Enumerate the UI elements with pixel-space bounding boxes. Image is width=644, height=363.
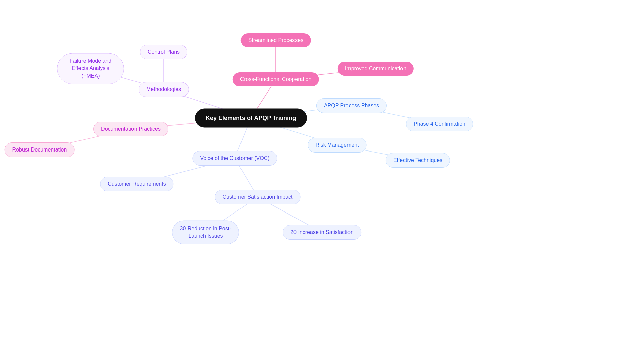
- node-methodologies: Methodologies: [139, 82, 189, 97]
- node-streamlined: Streamlined Processes: [241, 33, 311, 47]
- node-label-doc-practices: Documentation Practices: [101, 126, 161, 132]
- node-label-fmea: Failure Mode and Effects Analysis (FMEA): [65, 57, 116, 80]
- node-label-effective-tech: Effective Techniques: [393, 157, 442, 163]
- center-label: Key Elements of APQP Training: [206, 115, 296, 122]
- node-label-risk-mgmt: Risk Management: [316, 142, 359, 148]
- node-label-reduction: 30 Reduction in Post-Launch Issues: [180, 225, 231, 240]
- node-apqp-phases: APQP Process Phases: [316, 98, 387, 113]
- node-fmea: Failure Mode and Effects Analysis (FMEA): [57, 53, 124, 84]
- node-label-cross-functional: Cross-Functional Cooperation: [240, 76, 312, 82]
- node-risk-mgmt: Risk Management: [308, 138, 367, 153]
- node-label-increase-sat: 20 Increase in Satisfaction: [290, 229, 354, 235]
- node-robust-doc: Robust Documentation: [5, 142, 75, 157]
- node-doc-practices: Documentation Practices: [93, 122, 168, 136]
- node-cross-functional: Cross-Functional Cooperation: [233, 72, 319, 86]
- node-reduction: 30 Reduction in Post-Launch Issues: [172, 221, 239, 244]
- node-label-voc: Voice of the Customer (VOC): [200, 155, 269, 161]
- node-improved-comm: Improved Communication: [338, 62, 414, 76]
- node-cust-sat: Customer Satisfaction Impact: [215, 190, 301, 204]
- node-label-phase4: Phase 4 Confirmation: [414, 121, 465, 127]
- node-label-improved-comm: Improved Communication: [345, 66, 406, 72]
- node-label-control-plans: Control Plans: [148, 49, 180, 55]
- node-label-streamlined: Streamlined Processes: [248, 37, 304, 43]
- node-control-plans: Control Plans: [140, 45, 187, 59]
- center-node: Key Elements of APQP Training: [195, 109, 307, 128]
- node-voc: Voice of the Customer (VOC): [192, 151, 277, 166]
- node-phase4: Phase 4 Confirmation: [406, 117, 473, 131]
- node-label-robust-doc: Robust Documentation: [12, 147, 67, 153]
- node-customer-req: Customer Requirements: [100, 177, 173, 191]
- node-label-cust-sat: Customer Satisfaction Impact: [223, 194, 293, 200]
- node-increase-sat: 20 Increase in Satisfaction: [283, 225, 361, 240]
- node-label-apqp-phases: APQP Process Phases: [324, 103, 379, 109]
- node-label-methodologies: Methodologies: [146, 86, 181, 93]
- node-label-customer-req: Customer Requirements: [108, 181, 166, 187]
- node-effective-tech: Effective Techniques: [386, 153, 450, 168]
